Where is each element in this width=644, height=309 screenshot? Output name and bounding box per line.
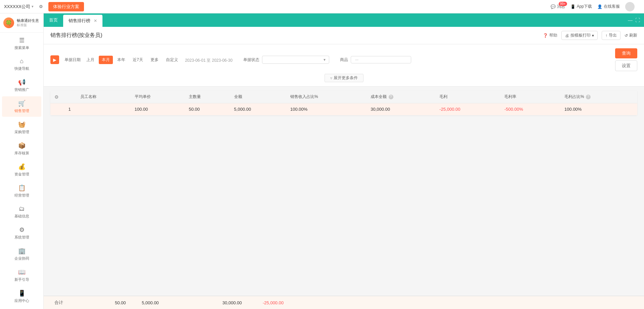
avatar[interactable] bbox=[625, 2, 635, 11]
sidebar-icon-apps: 📱 bbox=[18, 290, 26, 297]
footer-row: 合计 50.00 5,000.00 30,000.00 -25,000.00 bbox=[50, 296, 637, 309]
sidebar-item-operation[interactable]: 📋 经营管理 bbox=[2, 181, 41, 201]
sidebar-label-basic: 基础信息 bbox=[14, 214, 29, 219]
export-button[interactable]: ↑ 导出 bbox=[602, 31, 620, 40]
date-range-display: 2023-06-01 至 2023-06-30 bbox=[185, 56, 232, 63]
expand-label: 展开更多条件 bbox=[334, 75, 358, 81]
cell-profit-0: -25,000.00 bbox=[435, 103, 500, 115]
help-button[interactable]: ❓ 帮助 bbox=[543, 33, 557, 38]
filter-row-main: ▶ 单据日期 上月 本月 本年 近7天 更多 自定义 2 bbox=[50, 48, 637, 71]
sidebar-label-marketing: 营销推广 bbox=[14, 87, 29, 92]
sidebar-item-finance[interactable]: 💰 资金管理 bbox=[2, 160, 41, 180]
sidebar-icon-sales: 🛒 bbox=[18, 100, 26, 107]
table-row: 1 100.00 50.00 5,000.00 100.00% 30,000.0… bbox=[50, 103, 637, 115]
message-button[interactable]: 💬 消息 99+ bbox=[551, 4, 565, 9]
sidebar-item-search[interactable]: ☰ 搜索菜单 bbox=[2, 33, 41, 54]
cell-amount-0: 5,000.00 bbox=[230, 103, 286, 115]
column-settings-icon[interactable]: ⚙ bbox=[54, 94, 59, 100]
date-filter-group: 单据日期 上月 本月 本年 近7天 更多 自定义 2023-06-01 至 20… bbox=[65, 56, 232, 64]
sidebar-label-finance: 资金管理 bbox=[14, 172, 29, 177]
footer-total-label: 合计 bbox=[50, 300, 84, 306]
profit-pct-tip-icon[interactable]: ? bbox=[586, 95, 591, 99]
sidebar-item-quick-nav[interactable]: ⌂ 快捷导航 bbox=[2, 54, 41, 74]
tab-home-label: 首页 bbox=[49, 17, 58, 23]
status-select[interactable]: ▾ bbox=[262, 56, 329, 64]
cell-sales-pct-0: 100.00% bbox=[286, 103, 367, 115]
filter-actions: 查询 设置 bbox=[615, 48, 637, 71]
sidebar-icon-guide: 📖 bbox=[18, 268, 26, 276]
template-print-arrow: ▾ bbox=[592, 33, 594, 38]
sidebar-item-sales[interactable]: 🛒 销售管理 bbox=[2, 96, 41, 117]
date-btn-custom[interactable]: 自定义 bbox=[163, 56, 181, 64]
page-content: 销售排行榜(按业务员) ❓ 帮助 🖨 按模板打印 ▾ ↑ 导出 bbox=[44, 27, 644, 309]
expand-row: ▿ 展开更多条件 bbox=[50, 74, 637, 82]
sidebar-item-marketing[interactable]: 📢 营销推广 bbox=[2, 75, 41, 96]
date-btn-prev-month[interactable]: 上月 bbox=[83, 56, 97, 64]
company-selector[interactable]: XXXXXX公司 ▾ bbox=[4, 4, 34, 10]
status-select-arrow: ▾ bbox=[324, 57, 326, 62]
filter-toggle-button[interactable]: ▶ bbox=[50, 55, 59, 64]
goods-input[interactable]: ··· bbox=[351, 56, 411, 63]
tab-close-icon[interactable]: ✕ bbox=[94, 18, 97, 23]
company-dropdown-arrow: ▾ bbox=[32, 4, 34, 9]
page-actions: ❓ 帮助 🖨 按模板打印 ▾ ↑ 导出 ↺ 刷新 bbox=[543, 31, 637, 40]
sidebar-item-enterprise[interactable]: 🏢 企业协同 bbox=[2, 244, 41, 264]
date-btn-7days[interactable]: 近7天 bbox=[130, 56, 146, 64]
export-icon: ↑ bbox=[605, 33, 607, 38]
cell-qty-0: 50.00 bbox=[185, 103, 230, 115]
goods-input-more[interactable]: ··· bbox=[355, 57, 358, 62]
sidebar-item-apps[interactable]: 📱 应用中心 bbox=[2, 286, 41, 307]
sidebar-icon-finance: 💰 bbox=[18, 163, 26, 170]
sidebar-icon-purchase: 🧺 bbox=[18, 121, 26, 128]
footer-profit: -25,000.00 bbox=[259, 300, 299, 305]
sidebar-item-basic[interactable]: 🗂 基础信息 bbox=[2, 202, 41, 222]
sidebar-item-purchase[interactable]: 🧺 采购管理 bbox=[2, 117, 41, 138]
goods-filter-group: 商品 ··· bbox=[340, 56, 411, 63]
app-download-button[interactable]: 📱 App下载 bbox=[570, 4, 592, 9]
tab-maximize-icon[interactable]: ⛶ bbox=[635, 17, 640, 23]
th-rank bbox=[63, 91, 76, 103]
footer-qty: 50.00 bbox=[111, 300, 138, 305]
main-layout: 🍀 畅康通好生意 标准版 ☰ 搜索菜单 ⌂ 快捷导航 📢 营销推广 🛒 销售管理… bbox=[0, 13, 644, 309]
status-filter-group: 单据状态 ▾ bbox=[243, 56, 329, 64]
sidebar-icon-marketing: 📢 bbox=[18, 79, 26, 86]
tab-bar-actions: — ⛶ bbox=[628, 17, 644, 23]
sidebar-item-inventory[interactable]: 📦 库存核算 bbox=[2, 139, 41, 159]
cell-profit-rate-0: -500.00% bbox=[500, 103, 560, 115]
try-industry-button[interactable]: 体验行业方案 bbox=[48, 2, 84, 11]
app-icon: 📱 bbox=[570, 4, 575, 9]
tab-sales-rank-label: 销售排行榜 bbox=[69, 18, 90, 24]
sidebar: 🍀 畅康通好生意 标准版 ☰ 搜索菜单 ⌂ 快捷导航 📢 营销推广 🛒 销售管理… bbox=[0, 13, 44, 309]
query-button[interactable]: 查询 bbox=[615, 48, 637, 58]
tab-home[interactable]: 首页 bbox=[44, 13, 63, 27]
sidebar-item-system[interactable]: ⚙ 系统管理 bbox=[2, 223, 41, 243]
date-btn-more[interactable]: 更多 bbox=[147, 56, 162, 64]
filter-settings-button[interactable]: 设置 bbox=[615, 60, 637, 71]
tab-sales-rank[interactable]: 销售排行榜 ✕ bbox=[63, 15, 102, 27]
cost-tip-icon[interactable]: ? bbox=[389, 95, 393, 99]
message-icon: 💬 bbox=[551, 4, 556, 9]
th-settings: ⚙ bbox=[50, 91, 63, 103]
th-avg-price: 平均单价 bbox=[131, 91, 185, 103]
th-employee-name: 员工名称 bbox=[76, 91, 131, 103]
top-bar: XXXXXX公司 ▾ ⚙ 体验行业方案 💬 消息 99+ 📱 App下载 👤 在… bbox=[0, 0, 644, 13]
date-btn-this-month[interactable]: 本月 bbox=[99, 56, 113, 64]
sidebar-item-wechat[interactable]: 💬 企业微信 bbox=[2, 307, 41, 309]
table-body: 1 100.00 50.00 5,000.00 100.00% 30,000.0… bbox=[50, 103, 637, 115]
th-sales-pct: 销售收入占比% bbox=[286, 91, 367, 103]
company-name: XXXXXX公司 bbox=[4, 4, 30, 10]
sidebar-label-enterprise: 企业协同 bbox=[14, 256, 29, 261]
refresh-button[interactable]: ↺ 刷新 bbox=[625, 33, 637, 38]
online-service-button[interactable]: 👤 在线客服 bbox=[597, 4, 620, 9]
table-footer: 合计 50.00 5,000.00 30,000.00 -25,000.00 bbox=[44, 296, 644, 309]
sidebar-icon-inventory: 📦 bbox=[18, 142, 26, 149]
sidebar-item-guide[interactable]: 📖 新手引导 bbox=[2, 265, 41, 286]
tab-minimize-icon[interactable]: — bbox=[628, 17, 633, 23]
template-print-button[interactable]: 🖨 按模板打印 ▾ bbox=[561, 31, 598, 40]
refresh-label: 刷新 bbox=[629, 33, 637, 38]
status-filter-label: 单据状态 bbox=[243, 57, 259, 63]
sidebar-icon-system: ⚙ bbox=[19, 226, 25, 234]
expand-more-button[interactable]: ▿ 展开更多条件 bbox=[325, 74, 363, 82]
company-settings-button[interactable]: ⚙ bbox=[36, 2, 46, 11]
date-btn-this-year[interactable]: 本年 bbox=[114, 56, 128, 64]
